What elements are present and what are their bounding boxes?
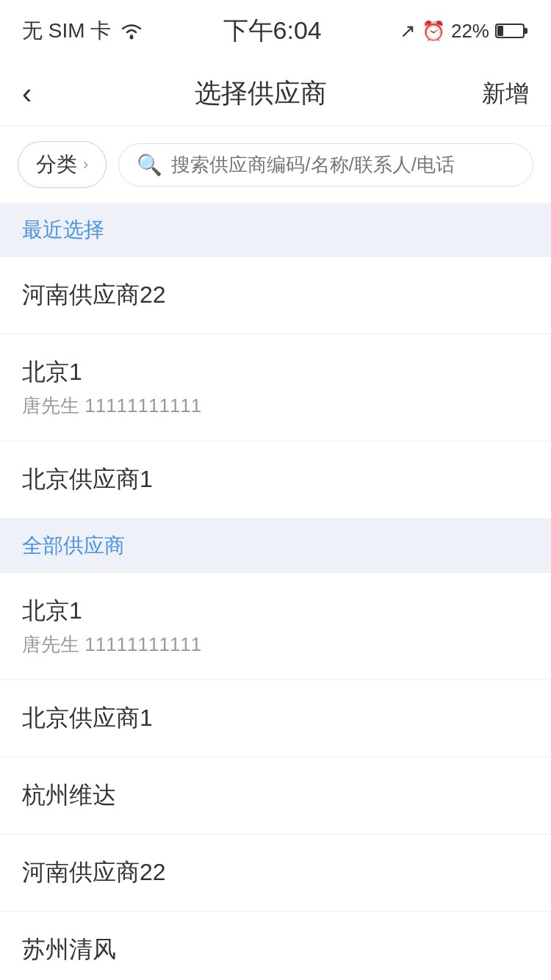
battery-label: 22% — [451, 20, 489, 43]
list-item[interactable]: 河南供应商22 — [0, 835, 551, 912]
search-input[interactable] — [171, 154, 515, 176]
svg-rect-3 — [497, 26, 503, 36]
item-sub: 唐先生 11111111111 — [22, 393, 529, 419]
add-button[interactable]: 新增 — [482, 78, 529, 110]
wifi-icon — [118, 21, 145, 40]
svg-point-0 — [130, 36, 134, 40]
category-arrow-icon: › — [83, 155, 88, 174]
status-bar: 无 SIM 卡 下午6:04 ↗ ⏰ 22% — [0, 0, 551, 62]
list-item[interactable]: 杭州维达 — [0, 757, 551, 835]
status-time: 下午6:04 — [223, 14, 322, 48]
section-header-recent: 最近选择 — [0, 203, 551, 257]
section-header-all: 全部供应商 — [0, 519, 551, 573]
list-item[interactable]: 北京1唐先生 11111111111 — [0, 573, 551, 680]
battery-icon — [495, 22, 529, 40]
alarm-icon: ⏰ — [422, 20, 445, 43]
item-name: 河南供应商22 — [22, 279, 529, 311]
status-right: ↗ ⏰ 22% — [400, 20, 529, 43]
status-left: 无 SIM 卡 — [22, 17, 145, 45]
no-sim-label: 无 SIM 卡 — [22, 17, 111, 45]
back-button[interactable]: ‹ — [15, 70, 39, 118]
list-item[interactable]: 北京供应商1 — [0, 680, 551, 757]
nav-bar: ‹ 选择供应商 新增 — [0, 62, 551, 126]
location-icon: ↗ — [400, 20, 416, 43]
category-button[interactable]: 分类 › — [18, 141, 107, 188]
item-name: 杭州维达 — [22, 779, 529, 812]
category-label: 分类 — [36, 151, 77, 179]
list-item[interactable]: 北京供应商1 — [0, 442, 551, 519]
page-title: 选择供应商 — [195, 76, 327, 112]
list-item[interactable]: 苏州清风 — [0, 912, 551, 980]
search-icon: 🔍 — [137, 153, 162, 177]
content-area: 最近选择河南供应商22北京1唐先生 11111111111北京供应商1全部供应商… — [0, 203, 551, 980]
item-name: 北京1 — [22, 356, 529, 389]
search-box[interactable]: 🔍 — [118, 143, 533, 187]
item-name: 北京供应商1 — [22, 464, 529, 496]
list-item[interactable]: 北京1唐先生 11111111111 — [0, 334, 551, 442]
filter-bar: 分类 › 🔍 — [0, 126, 551, 203]
item-name: 北京1 — [22, 595, 529, 627]
item-name: 北京供应商1 — [22, 702, 529, 735]
item-sub: 唐先生 11111111111 — [22, 632, 529, 657]
item-name: 河南供应商22 — [22, 857, 529, 889]
svg-rect-2 — [524, 28, 527, 34]
list-item[interactable]: 河南供应商22 — [0, 257, 551, 334]
item-name: 苏州清风 — [22, 934, 529, 966]
